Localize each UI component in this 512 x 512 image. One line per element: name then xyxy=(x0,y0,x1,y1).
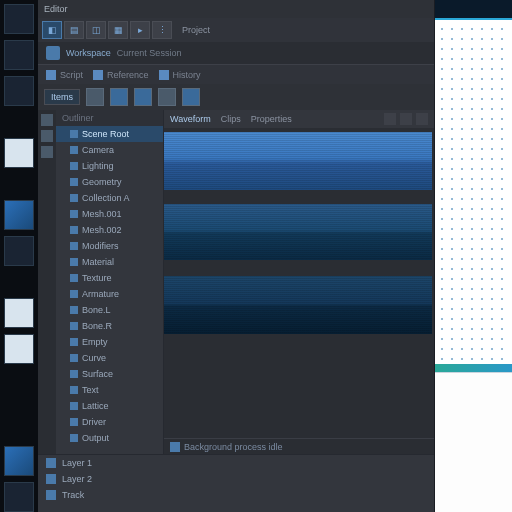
thumb-5[interactable] xyxy=(4,200,34,230)
left-thumb-strip xyxy=(0,0,38,512)
tree-item-label: Bone.R xyxy=(82,321,112,331)
tree-item-label: Mesh.001 xyxy=(82,209,122,219)
node-icon xyxy=(70,386,78,394)
tree-item-15[interactable]: Surface xyxy=(56,366,163,382)
mode-sq-c[interactable] xyxy=(134,88,152,106)
tree-item-label: Surface xyxy=(82,369,113,379)
thumb-1[interactable] xyxy=(4,4,34,34)
bottom-panel: Layer 1 Layer 2 Track xyxy=(38,454,434,512)
layer-icon xyxy=(46,458,56,468)
tree-item-8[interactable]: Material xyxy=(56,254,163,270)
preview-header xyxy=(435,0,512,20)
bottom-row-1[interactable]: Layer 1 xyxy=(38,455,434,471)
context-primary[interactable]: Workspace xyxy=(66,48,111,58)
main-toolbar: ◧ ▤ ◫ ▦ ▸ ⋮ Project xyxy=(38,18,434,42)
tree-item-1[interactable]: Camera xyxy=(56,142,163,158)
tab-waveform[interactable]: Waveform xyxy=(170,114,211,124)
outliner-panel: Outliner Scene RootCameraLightingGeometr… xyxy=(56,110,164,454)
tree-item-0[interactable]: Scene Root xyxy=(56,126,163,142)
history-icon xyxy=(159,70,169,80)
nav-icon-2[interactable] xyxy=(41,130,53,142)
tool-run-button[interactable]: ▸ xyxy=(130,21,150,39)
tool-file-button[interactable]: ◧ xyxy=(42,21,62,39)
tree-item-label: Empty xyxy=(82,337,108,347)
thumb-7[interactable] xyxy=(4,298,34,328)
tool-opts-button[interactable]: ⋮ xyxy=(152,21,172,39)
tree-item-label: Curve xyxy=(82,353,106,363)
tree-item-6[interactable]: Mesh.002 xyxy=(56,222,163,238)
nav-icon-3[interactable] xyxy=(41,146,53,158)
thumb-4[interactable] xyxy=(4,138,34,168)
tree-item-label: Lighting xyxy=(82,161,114,171)
context-secondary: Current Session xyxy=(117,48,182,58)
tree-item-3[interactable]: Geometry xyxy=(56,174,163,190)
tree-item-label: Scene Root xyxy=(82,129,129,139)
panel-max-button[interactable] xyxy=(400,113,412,125)
tab-properties[interactable]: Properties xyxy=(251,114,292,124)
tree-item-label: Camera xyxy=(82,145,114,155)
thumb-9[interactable] xyxy=(4,446,34,476)
tree-item-17[interactable]: Lattice xyxy=(56,398,163,414)
tree-item-4[interactable]: Collection A xyxy=(56,190,163,206)
preview-grid[interactable] xyxy=(435,20,512,364)
tree-item-13[interactable]: Empty xyxy=(56,334,163,350)
node-icon xyxy=(70,370,78,378)
nav-icon-1[interactable] xyxy=(41,114,53,126)
mode-sq-d[interactable] xyxy=(158,88,176,106)
thumb-10[interactable] xyxy=(4,482,34,512)
main-area: Editor ◧ ▤ ◫ ▦ ▸ ⋮ Project Workspace Cur… xyxy=(38,0,434,512)
mode-sq-a[interactable] xyxy=(86,88,104,106)
node-icon xyxy=(70,146,78,154)
thumb-8[interactable] xyxy=(4,334,34,364)
tree-item-label: Driver xyxy=(82,417,106,427)
node-icon xyxy=(70,274,78,282)
tool-select-button[interactable]: ▦ xyxy=(108,21,128,39)
tree-item-10[interactable]: Armature xyxy=(56,286,163,302)
tree-item-16[interactable]: Text xyxy=(56,382,163,398)
tree-item-9[interactable]: Texture xyxy=(56,270,163,286)
bottom-row-3[interactable]: Track xyxy=(38,487,434,503)
mode-sq-e[interactable] xyxy=(182,88,200,106)
tree-item-label: Modifiers xyxy=(82,241,119,251)
tree-item-11[interactable]: Bone.L xyxy=(56,302,163,318)
tree-item-12[interactable]: Bone.R xyxy=(56,318,163,334)
link-bar: Script Reference History xyxy=(38,64,434,84)
tree-item-7[interactable]: Modifiers xyxy=(56,238,163,254)
link-script[interactable]: Script xyxy=(46,70,83,80)
status-text: Background process idle xyxy=(184,442,283,452)
node-icon xyxy=(70,306,78,314)
tree-item-18[interactable]: Driver xyxy=(56,414,163,430)
track-icon xyxy=(46,490,56,500)
wave-track-1 xyxy=(164,132,432,190)
tree-item-2[interactable]: Lighting xyxy=(56,158,163,174)
tree-item-label: Mesh.002 xyxy=(82,225,122,235)
body-row: Outliner Scene RootCameraLightingGeometr… xyxy=(38,110,434,454)
tool-edit-button[interactable]: ▤ xyxy=(64,21,84,39)
node-icon xyxy=(70,178,78,186)
waveform-view[interactable] xyxy=(164,128,434,438)
thumb-2[interactable] xyxy=(4,40,34,70)
mode-sq-b[interactable] xyxy=(110,88,128,106)
wave-track-3 xyxy=(164,276,432,334)
tree-item-label: Output xyxy=(82,433,109,443)
layers-icon xyxy=(46,46,60,60)
tree-item-5[interactable]: Mesh.001 xyxy=(56,206,163,222)
panel-close-button[interactable] xyxy=(416,113,428,125)
bottom-row-2[interactable]: Layer 2 xyxy=(38,471,434,487)
tool-view-button[interactable]: ◫ xyxy=(86,21,106,39)
node-icon xyxy=(70,162,78,170)
panel-min-button[interactable] xyxy=(384,113,396,125)
wave-track-2 xyxy=(164,204,432,260)
thumb-3[interactable] xyxy=(4,76,34,106)
tree-item-label: Collection A xyxy=(82,193,130,203)
link-history[interactable]: History xyxy=(159,70,201,80)
tab-items[interactable]: Items xyxy=(44,89,80,105)
tree-item-label: Armature xyxy=(82,289,119,299)
tree-item-14[interactable]: Curve xyxy=(56,350,163,366)
tree-item-19[interactable]: Output xyxy=(56,430,163,446)
reference-icon xyxy=(93,70,103,80)
tab-clips[interactable]: Clips xyxy=(221,114,241,124)
link-reference[interactable]: Reference xyxy=(93,70,149,80)
thumb-6[interactable] xyxy=(4,236,34,266)
preview-lower[interactable] xyxy=(435,372,512,512)
